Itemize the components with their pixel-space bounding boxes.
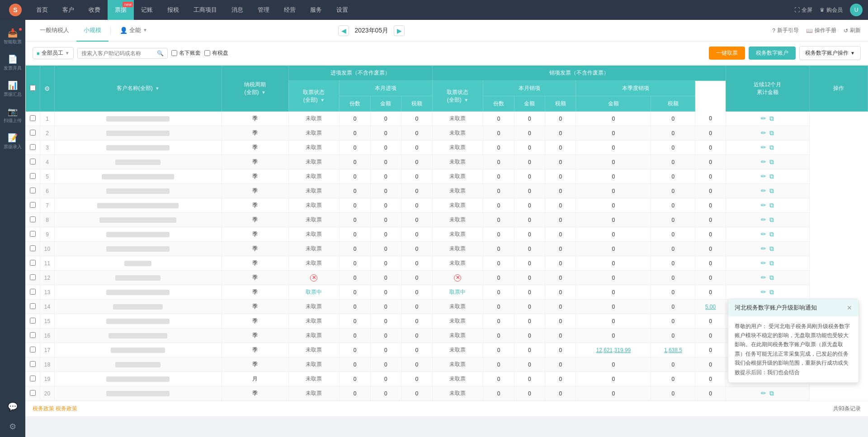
sidebar-item-config[interactable]: ⚙ bbox=[8, 417, 18, 437]
tax-cycle-header[interactable]: 纳税周期(全部) ▼ bbox=[222, 66, 288, 112]
column-settings-icon[interactable]: ⚙ bbox=[44, 85, 50, 92]
fullscreen-button[interactable]: ⛶ 全屏 bbox=[794, 6, 812, 14]
nav-service[interactable]: 服务 bbox=[303, 0, 329, 20]
app-logo[interactable]: S bbox=[5, 0, 25, 20]
edit-icon[interactable]: ✏ bbox=[761, 245, 766, 252]
copy-icon[interactable]: ⧉ bbox=[769, 259, 774, 267]
copy-icon[interactable]: ⧉ bbox=[769, 274, 774, 281]
row-checkbox[interactable] bbox=[30, 144, 36, 150]
nav-message[interactable]: 消息 bbox=[224, 0, 250, 20]
copy-icon[interactable]: ⧉ bbox=[769, 129, 774, 136]
tax-digital-account-ops-button[interactable]: 税务数字账户操作 ▼ bbox=[799, 46, 861, 60]
row-checkbox[interactable] bbox=[30, 130, 36, 136]
taxdisk-checkbox[interactable]: 有税盘 bbox=[204, 49, 228, 57]
tax-policy-text[interactable]: 税务政策 bbox=[56, 405, 77, 412]
nav-business[interactable]: 工商项目 bbox=[186, 0, 224, 20]
taxdisk-check[interactable] bbox=[204, 50, 210, 56]
row-checkbox[interactable] bbox=[30, 347, 36, 352]
edit-icon[interactable]: ✏ bbox=[761, 173, 766, 180]
nav-operation[interactable]: 经营 bbox=[277, 0, 303, 20]
edit-icon[interactable]: ✏ bbox=[761, 390, 766, 397]
subordinate-checkbox[interactable]: 名下账套 bbox=[171, 49, 201, 57]
customer-name-header[interactable]: 客户名称(全部) ▼ bbox=[55, 66, 222, 112]
sidebar-item-chat[interactable]: 💬 bbox=[8, 397, 18, 417]
row-checkbox[interactable] bbox=[30, 159, 36, 164]
subordinate-check[interactable] bbox=[171, 50, 177, 56]
select-all-checkbox[interactable] bbox=[30, 85, 36, 91]
nav-customer[interactable]: 客户 bbox=[55, 0, 81, 20]
row-checkbox[interactable] bbox=[30, 216, 36, 222]
employee-select[interactable]: ■ 全部员工 ▼ bbox=[33, 47, 74, 59]
copy-icon[interactable]: ⧉ bbox=[769, 158, 774, 165]
edit-icon[interactable]: ✏ bbox=[761, 115, 766, 122]
refresh-button[interactable]: ↺ 刷新 bbox=[844, 27, 861, 34]
sidebar-item-summary[interactable]: 📊 票据汇总 bbox=[0, 76, 25, 102]
row-checkbox[interactable] bbox=[30, 260, 36, 266]
tab-small-scale[interactable]: 小规模 bbox=[76, 20, 108, 42]
edit-icon[interactable]: ✏ bbox=[761, 202, 766, 209]
edit-icon[interactable]: ✏ bbox=[761, 187, 766, 194]
guide-button[interactable]: ? 新手引导 bbox=[772, 27, 799, 34]
next-period-button[interactable]: ▶ bbox=[394, 25, 405, 36]
credit-amount[interactable]: 12,621,319.99 bbox=[596, 347, 631, 353]
nav-home[interactable]: 首页 bbox=[29, 0, 55, 20]
copy-icon[interactable]: ⧉ bbox=[769, 115, 774, 122]
sidebar-item-scan[interactable]: 📷 扫描上传 bbox=[0, 102, 25, 128]
copy-icon[interactable]: ⧉ bbox=[769, 144, 774, 151]
nav-accounting[interactable]: 记账 bbox=[134, 0, 160, 20]
copy-icon[interactable]: ⧉ bbox=[769, 216, 774, 223]
copy-icon[interactable]: ⧉ bbox=[769, 230, 774, 238]
copy-icon[interactable]: ⧉ bbox=[769, 173, 774, 180]
row-checkbox[interactable] bbox=[30, 361, 36, 367]
notification-close-button[interactable]: ✕ bbox=[847, 304, 852, 311]
sidebar-item-entry[interactable]: 📝 票据录入 bbox=[0, 128, 25, 155]
row-checkbox[interactable] bbox=[30, 376, 36, 381]
in-status-header[interactable]: 取票状态(全部) ▼ bbox=[288, 81, 340, 112]
search-input[interactable] bbox=[81, 50, 157, 56]
tax-digital-account-button[interactable]: 税务数字账户 bbox=[749, 47, 796, 60]
row-checkbox[interactable] bbox=[30, 245, 36, 251]
edit-icon[interactable]: ✏ bbox=[761, 129, 766, 136]
nav-manage[interactable]: 管理 bbox=[250, 0, 277, 20]
copy-icon[interactable]: ⧉ bbox=[769, 288, 774, 296]
nav-settings[interactable]: 设置 bbox=[329, 0, 355, 20]
edit-icon[interactable]: ✏ bbox=[761, 158, 766, 165]
nav-ticket[interactable]: 票据 new bbox=[108, 0, 134, 20]
row-checkbox[interactable] bbox=[30, 202, 36, 208]
one-click-ticket-button[interactable]: 一键取票 bbox=[709, 47, 745, 60]
edit-icon[interactable]: ✏ bbox=[761, 274, 766, 281]
vip-button[interactable]: ♛ 购会员 bbox=[820, 6, 843, 14]
row-checkbox[interactable] bbox=[30, 274, 36, 280]
edit-icon[interactable]: ✏ bbox=[761, 144, 766, 151]
nav-fee[interactable]: 收费 bbox=[81, 0, 108, 20]
sidebar-item-issue[interactable]: 📄 发票开具 bbox=[0, 50, 25, 76]
row-checkbox[interactable] bbox=[30, 318, 36, 324]
copy-icon[interactable]: ⧉ bbox=[769, 245, 774, 252]
settings-header[interactable]: ⚙ bbox=[40, 66, 55, 112]
credit-tax[interactable]: 1,638.5 bbox=[664, 347, 682, 353]
prev-period-button[interactable]: ◀ bbox=[338, 25, 349, 36]
tax-policy-link[interactable]: 税务政策 bbox=[33, 405, 54, 412]
edit-icon[interactable]: ✏ bbox=[761, 288, 766, 296]
edit-icon[interactable]: ✏ bbox=[761, 259, 766, 267]
out-status-header[interactable]: 取票状态(全部) ▼ bbox=[432, 81, 483, 112]
sidebar-item-smart-ticket[interactable]: 📥 智能取票 bbox=[0, 23, 25, 50]
manual-button[interactable]: 📖 操作手册 bbox=[806, 27, 836, 34]
copy-icon[interactable]: ⧉ bbox=[769, 187, 774, 194]
cumulative-value[interactable]: 5.00 bbox=[705, 304, 716, 310]
edit-icon[interactable]: ✏ bbox=[761, 216, 766, 223]
row-checkbox[interactable] bbox=[30, 115, 36, 121]
row-checkbox[interactable] bbox=[30, 289, 36, 295]
tab-general-taxpayer[interactable]: 一般纳税人 bbox=[33, 20, 76, 42]
row-checkbox[interactable] bbox=[30, 188, 36, 193]
row-checkbox[interactable] bbox=[30, 390, 36, 396]
row-checkbox[interactable] bbox=[30, 303, 36, 309]
row-checkbox[interactable] bbox=[30, 231, 36, 237]
copy-icon[interactable]: ⧉ bbox=[769, 390, 774, 397]
row-checkbox[interactable] bbox=[30, 173, 36, 179]
edit-icon[interactable]: ✏ bbox=[761, 230, 766, 238]
row-checkbox[interactable] bbox=[30, 332, 36, 338]
tab-all[interactable]: 👤 全能 ▼ bbox=[113, 20, 155, 42]
user-avatar[interactable]: U bbox=[850, 4, 863, 16]
copy-icon[interactable]: ⧉ bbox=[769, 202, 774, 209]
